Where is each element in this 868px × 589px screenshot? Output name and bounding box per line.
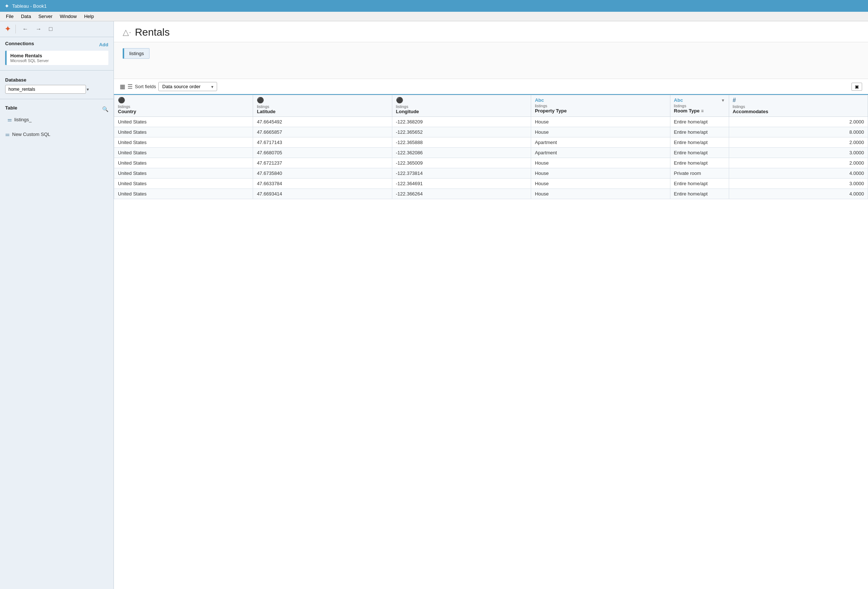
col-name-property: Property Type: [535, 108, 666, 114]
col-name-longitude: Longitude: [396, 109, 527, 114]
menu-item-server[interactable]: Server: [35, 13, 55, 20]
table-chip[interactable]: listings: [123, 48, 149, 59]
connection-name: Home Rentals: [10, 53, 105, 58]
filter-icon-room[interactable]: ≡: [701, 108, 703, 114]
cell-lat-6: 47.6735840: [253, 168, 392, 179]
cell-lng-8: -122.366264: [392, 189, 531, 199]
datasource-title: Rentals: [135, 27, 170, 38]
table-header: ⚫ listings Country ⚫ listings Latitude: [114, 95, 868, 117]
col-accommodates: # listings Accommodates: [729, 95, 868, 117]
cell-lng-4: -122.362086: [392, 148, 531, 158]
cell-acc-3: 2.0000: [729, 137, 868, 148]
forward-button[interactable]: →: [33, 25, 44, 34]
cell-room-8: Entire home/apt: [670, 189, 729, 199]
cell-country-1: United States: [114, 117, 253, 127]
table-item-listings[interactable]: ⚌ listings_: [5, 115, 108, 124]
back-button[interactable]: ←: [20, 25, 31, 34]
cell-prop-1: House: [531, 117, 670, 127]
col-name-acc: Accommodates: [733, 109, 864, 114]
col-source-latitude: listings: [257, 104, 388, 109]
save-button[interactable]: □: [47, 25, 55, 34]
connections-title: Connections: [5, 41, 34, 46]
menu-item-help[interactable]: Help: [81, 13, 97, 20]
cell-lat-2: 47.6665857: [253, 127, 392, 137]
cell-lat-8: 47.6693414: [253, 189, 392, 199]
col-source-country: listings: [118, 104, 249, 109]
cell-country-2: United States: [114, 127, 253, 137]
menu-item-data[interactable]: Data: [18, 13, 34, 20]
cell-lng-6: -122.373814: [392, 168, 531, 179]
cell-prop-3: Apartment: [531, 137, 670, 148]
cell-prop-6: House: [531, 168, 670, 179]
database-section: Database home_rentals ▼: [0, 74, 114, 96]
cell-prop-4: Apartment: [531, 148, 670, 158]
add-connection-button[interactable]: Add: [99, 42, 108, 47]
menu-bar: FileDataServerWindowHelp: [0, 12, 868, 21]
data-table: ⚫ listings Country ⚫ listings Latitude: [114, 95, 868, 199]
connection-item[interactable]: Home Rentals Microsoft SQL Server: [5, 51, 108, 65]
menu-item-file[interactable]: File: [3, 13, 16, 20]
custom-sql-icon: ⚌: [5, 131, 10, 137]
cell-prop-5: House: [531, 158, 670, 168]
col-name-latitude: Latitude: [257, 109, 388, 114]
col-source-longitude: listings: [396, 104, 527, 109]
cell-lat-3: 47.6717143: [253, 137, 392, 148]
list-view-icon[interactable]: ☰: [127, 83, 133, 90]
custom-sql-item[interactable]: ⚌ New Custom SQL: [0, 128, 114, 140]
connections-section: Connections Add Home Rentals Microsoft S…: [0, 37, 114, 67]
table-title: Table: [5, 105, 17, 111]
database-title: Database: [5, 77, 108, 83]
table-section: Table 🔍 ⚌ listings_: [0, 102, 114, 127]
cell-room-1: Entire home/apt: [670, 117, 729, 127]
table-row: United States 47.6717143 -122.365888 Apa…: [114, 137, 868, 148]
table-row: United States 47.6693414 -122.366264 Hou…: [114, 189, 868, 199]
cell-lat-5: 47.6721237: [253, 158, 392, 168]
main-content: △· Rentals listings ▦ ☰ Sort fields Data…: [114, 21, 868, 589]
cell-room-7: Entire home/apt: [670, 179, 729, 189]
connection-type: Microsoft SQL Server: [10, 58, 105, 63]
col-longitude: ⚫ listings Longitude: [392, 95, 531, 117]
table-search-icon[interactable]: 🔍: [102, 106, 108, 112]
table-item-label: listings_: [14, 117, 32, 123]
tableau-icon: ✦: [4, 24, 11, 34]
datasource-header: △· Rentals: [114, 21, 868, 42]
custom-sql-label: New Custom SQL: [12, 131, 50, 137]
cell-acc-6: 4.0000: [729, 168, 868, 179]
tableau-logo-icon: ✦: [4, 3, 9, 10]
table-grid-icon: ⚌: [7, 117, 12, 123]
cell-prop-7: House: [531, 179, 670, 189]
data-table-wrapper[interactable]: ⚫ listings Country ⚫ listings Latitude: [114, 95, 868, 589]
sidebar: ✦ ← → □ Connections Add Home Rentals Mic…: [0, 21, 114, 589]
cell-room-3: Entire home/apt: [670, 137, 729, 148]
database-select-wrapper: home_rentals ▼: [5, 85, 108, 94]
db-select-arrow-icon: ▼: [86, 87, 90, 92]
col-source-property: listings: [535, 103, 666, 108]
cell-lng-1: -122.368209: [392, 117, 531, 127]
cell-acc-7: 3.0000: [729, 179, 868, 189]
database-select[interactable]: home_rentals: [5, 85, 86, 94]
col-source-room: listings: [674, 103, 704, 108]
refresh-button[interactable]: ▣: [852, 83, 862, 91]
globe-icon-country: ⚫: [118, 97, 249, 103]
col-source-acc: listings: [733, 104, 864, 109]
cell-lng-2: -122.365652: [392, 127, 531, 137]
cell-country-3: United States: [114, 137, 253, 148]
title-bar-text: Tableau - Book1: [12, 3, 47, 9]
grid-view-icon[interactable]: ▦: [120, 83, 125, 90]
table-row: United States 47.6665857 -122.365652 Hou…: [114, 127, 868, 137]
sort-select[interactable]: Data source order Alphabetical: [158, 82, 217, 91]
cell-country-6: United States: [114, 168, 253, 179]
cell-acc-5: 2.0000: [729, 158, 868, 168]
col-property-type: Abc listings Property Type: [531, 95, 670, 117]
menu-item-window[interactable]: Window: [57, 13, 80, 20]
col-country: ⚫ listings Country: [114, 95, 253, 117]
table-section-header: Table 🔍: [5, 105, 108, 113]
cell-country-7: United States: [114, 179, 253, 189]
globe-icon-longitude: ⚫: [396, 97, 527, 103]
cell-room-2: Entire home/apt: [670, 127, 729, 137]
cell-country-4: United States: [114, 148, 253, 158]
cell-acc-1: 2.0000: [729, 117, 868, 127]
abc-icon-room: Abc: [674, 97, 704, 103]
cell-prop-2: House: [531, 127, 670, 137]
filter-dropdown-icon[interactable]: ▼: [721, 98, 725, 102]
